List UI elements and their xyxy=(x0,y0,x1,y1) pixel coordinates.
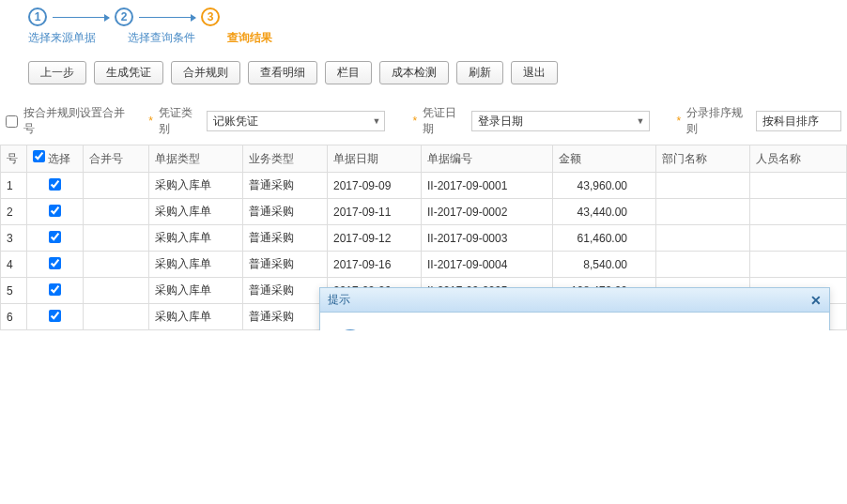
voucher-type-label: 凭证类别 xyxy=(159,105,201,137)
cell-merge xyxy=(84,225,149,252)
cell-date: 2017-09-16 xyxy=(328,252,422,278)
col-doctype: 单据类型 xyxy=(149,145,243,173)
cell-merge xyxy=(84,173,149,199)
cell-merge xyxy=(84,252,149,278)
cell-index: 5 xyxy=(1,278,27,304)
cell-doctype: 采购入库单 xyxy=(149,199,243,225)
cell-biztype: 普通采购 xyxy=(243,173,328,199)
voucher-date-value: 登录日期 xyxy=(478,114,523,130)
cost-check-button[interactable]: 成本检测 xyxy=(379,61,449,84)
prev-button[interactable]: 上一步 xyxy=(28,61,86,84)
cell-doctype: 采购入库单 xyxy=(149,304,243,330)
row-checkbox[interactable] xyxy=(49,231,61,243)
cell-index: 2 xyxy=(1,199,27,225)
required-star: * xyxy=(412,115,417,128)
cell-amount: 8,540.00 xyxy=(553,252,656,278)
table-row[interactable]: 1采购入库单普通采购2017-09-09II-2017-09-000143,96… xyxy=(1,173,847,199)
question-icon: ? xyxy=(335,329,365,330)
step-arrow-1 xyxy=(53,17,109,18)
row-checkbox[interactable] xyxy=(49,205,61,217)
col-dept: 部门名称 xyxy=(656,145,750,173)
view-detail-button[interactable]: 查看明细 xyxy=(248,61,317,84)
sort-rule-dropdown[interactable]: 按科目排序 xyxy=(756,111,841,131)
sort-rule-value: 按科目排序 xyxy=(762,114,819,130)
dialog-title: 提示 xyxy=(328,292,350,308)
cell-docno: II-2017-09-0004 xyxy=(422,252,553,278)
cell-index: 1 xyxy=(1,173,27,199)
cell-select xyxy=(27,199,84,225)
cell-doctype: 采购入库单 xyxy=(149,278,243,304)
cell-index: 4 xyxy=(1,252,27,278)
step-3-label: 查询结果 xyxy=(227,30,272,46)
voucher-date-dropdown[interactable]: 登录日期 ▼ xyxy=(471,111,650,131)
row-checkbox[interactable] xyxy=(49,178,61,191)
step-arrow-2 xyxy=(139,17,195,18)
row-checkbox[interactable] xyxy=(49,283,61,296)
dialog-line-1: 2017.08期间存在单据未正常记账，需要到库存核算模块进行重新计价。是否继续生… xyxy=(378,329,814,330)
table-row[interactable]: 3采购入库单普通采购2017-09-12II-2017-09-000361,46… xyxy=(1,225,847,252)
cell-person xyxy=(750,199,847,225)
cell-doctype: 采购入库单 xyxy=(149,225,243,252)
step-1-circle: 1 xyxy=(28,8,47,26)
col-amount: 金额 xyxy=(553,145,656,173)
cell-dept xyxy=(656,225,750,252)
step-3-circle: 3 xyxy=(201,8,220,26)
chevron-down-icon: ▼ xyxy=(637,116,645,126)
cell-select xyxy=(27,225,84,252)
close-icon[interactable]: ✕ xyxy=(810,293,822,308)
select-all-checkbox[interactable] xyxy=(33,150,45,162)
confirm-dialog: 提示 ✕ ? 2017.08期间存在单据未正常记账，需要到库存核算模块进行重新计… xyxy=(319,287,830,330)
cell-index: 6 xyxy=(1,304,27,330)
cell-merge xyxy=(84,304,149,330)
required-star: * xyxy=(677,115,682,128)
cell-person xyxy=(750,225,847,252)
cell-date: 2017-09-12 xyxy=(328,225,422,252)
sort-rule-label: 分录排序规则 xyxy=(686,105,750,137)
chevron-down-icon: ▼ xyxy=(372,116,380,126)
cell-docno: II-2017-09-0003 xyxy=(422,225,553,252)
generate-voucher-button[interactable]: 生成凭证 xyxy=(94,61,163,84)
cell-select xyxy=(27,304,84,330)
cell-biztype: 普通采购 xyxy=(243,278,328,304)
step-2-label: 选择查询条件 xyxy=(128,30,195,46)
cell-biztype: 普通采购 xyxy=(243,225,328,252)
cell-biztype: 普通采购 xyxy=(243,304,328,330)
cell-index: 3 xyxy=(1,225,27,252)
col-docno: 单据编号 xyxy=(422,145,553,173)
cell-biztype: 普通采购 xyxy=(243,199,328,225)
cell-select xyxy=(27,278,84,304)
cell-merge xyxy=(84,199,149,225)
cell-person xyxy=(750,252,847,278)
refresh-button[interactable]: 刷新 xyxy=(456,61,503,84)
merge-rule-button[interactable]: 合并规则 xyxy=(171,61,240,84)
cell-person xyxy=(750,173,847,199)
cell-biztype: 普通采购 xyxy=(243,252,328,278)
cell-docno: II-2017-09-0002 xyxy=(422,199,553,225)
merge-rule-checkbox[interactable] xyxy=(6,115,18,128)
col-biztype: 业务类型 xyxy=(243,145,328,173)
cell-docno: II-2017-09-0001 xyxy=(422,173,553,199)
cell-merge xyxy=(84,278,149,304)
cell-amount: 61,460.00 xyxy=(553,225,656,252)
cell-doctype: 采购入库单 xyxy=(149,252,243,278)
step-1-label: 选择来源单据 xyxy=(28,30,96,46)
column-button[interactable]: 栏目 xyxy=(325,61,372,84)
col-person: 人员名称 xyxy=(750,145,847,173)
col-select: 选择 xyxy=(27,145,84,173)
voucher-type-dropdown[interactable]: 记账凭证 ▼ xyxy=(207,111,385,131)
merge-rule-label: 按合并规则设置合并号 xyxy=(23,105,131,137)
table-row[interactable]: 4采购入库单普通采购2017-09-16II-2017-09-00048,540… xyxy=(1,252,847,278)
cell-date: 2017-09-09 xyxy=(328,173,422,199)
cell-select xyxy=(27,252,84,278)
row-checkbox[interactable] xyxy=(49,310,61,322)
row-checkbox[interactable] xyxy=(49,257,61,269)
cell-dept xyxy=(656,173,750,199)
col-merge: 合并号 xyxy=(84,145,149,173)
step-2-circle: 2 xyxy=(115,8,133,26)
exit-button[interactable]: 退出 xyxy=(511,61,558,84)
cell-amount: 43,440.00 xyxy=(553,199,656,225)
cell-dept xyxy=(656,199,750,225)
cell-amount: 43,960.00 xyxy=(553,173,656,199)
table-row[interactable]: 2采购入库单普通采购2017-09-11II-2017-09-000243,44… xyxy=(1,199,847,225)
required-star: * xyxy=(148,115,153,128)
